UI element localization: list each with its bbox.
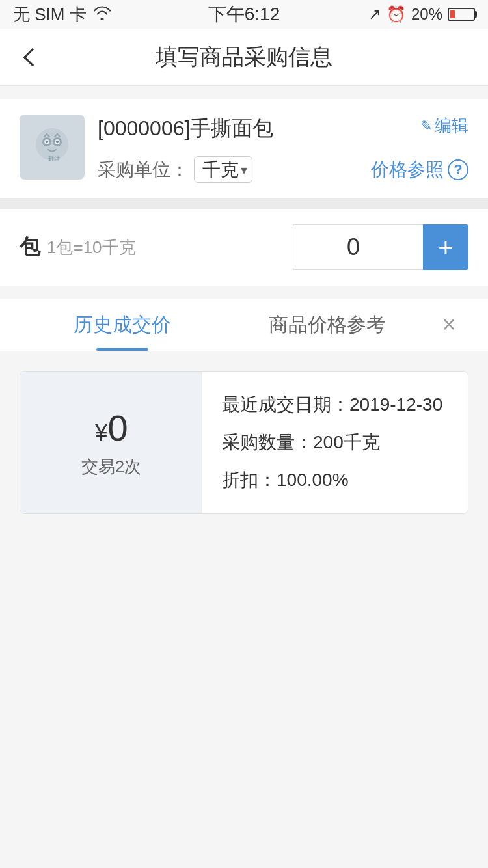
product-thumbnail: 野计 (20, 115, 85, 180)
product-header: [0000006]手撕面包 ✎ 编辑 (98, 115, 468, 143)
question-mark: ? (454, 161, 462, 178)
wifi-icon (93, 5, 111, 25)
detail-qty-label: 采购数量： (222, 432, 313, 452)
product-unit-row: 采购单位： 千克 价格参照 ? (98, 156, 468, 183)
status-right: ↗ ⏰ 20% (368, 5, 475, 23)
battery-icon (448, 8, 475, 21)
currency-symbol: ¥ (94, 419, 107, 446)
edit-icon: ✎ (420, 118, 432, 135)
back-arrow-icon (23, 47, 42, 66)
svg-point-5 (46, 141, 48, 143)
battery-percent: 20% (411, 5, 442, 23)
page-title: 填写商品采购信息 (156, 42, 332, 72)
quantity-unit-icon: 包 (20, 233, 40, 262)
unit-select[interactable]: 千克 (194, 156, 252, 183)
product-info: [0000006]手撕面包 ✎ 编辑 采购单位： 千克 价格参照 ? (98, 115, 468, 183)
detail-date-value: 2019-12-30 (349, 394, 442, 414)
unit-select-wrapper[interactable]: 千克 (194, 156, 252, 183)
status-bar: 无 SIM 卡 下午6:12 ↗ ⏰ 20% (0, 0, 488, 29)
quantity-input[interactable] (293, 224, 423, 270)
tab-product-price-ref[interactable]: 商品价格参考 (224, 299, 429, 351)
main-content: 历史成交价 商品价格参考 × ¥0 交易2次 最近成交日期：2019-12-30… (0, 299, 488, 689)
price-ref-label: 价格参照 (371, 157, 444, 182)
quantity-input-group: + (293, 224, 468, 270)
carrier-text: 无 SIM 卡 (13, 3, 87, 26)
product-card: 野计 [0000006]手撕面包 ✎ 编辑 采购单位： 千克 价格参照 (0, 99, 488, 198)
detail-discount-value: 100.00% (277, 470, 349, 490)
tab-history-price-label: 历史成交价 (74, 312, 171, 338)
close-icon: × (442, 311, 455, 338)
quantity-conversion: 1包=10千克 (47, 236, 136, 259)
edit-button[interactable]: ✎ 编辑 (420, 115, 468, 137)
plus-icon: + (438, 234, 453, 260)
svg-text:野计: 野计 (48, 156, 60, 162)
location-icon: ↗ (368, 5, 381, 23)
detail-discount-label: 折扣： (222, 470, 277, 490)
close-button[interactable]: × (429, 305, 468, 344)
alarm-icon: ⏰ (386, 5, 406, 23)
nav-bar: 填写商品采购信息 (0, 29, 488, 86)
price-detail-discount: 折扣：100.00% (222, 467, 448, 494)
quantity-row: 包 1包=10千克 + (0, 209, 488, 286)
svg-point-6 (56, 141, 59, 143)
product-name: [0000006]手撕面包 (98, 115, 273, 143)
edit-label: 编辑 (435, 115, 468, 137)
price-detail-qty: 采购数量：200千克 (222, 429, 448, 456)
status-time: 下午6:12 (208, 2, 280, 27)
quantity-plus-button[interactable]: + (423, 224, 468, 270)
price-card: ¥0 交易2次 最近成交日期：2019-12-30 采购数量：200千克 折扣：… (20, 371, 468, 514)
price-amount: ¥0 (94, 407, 128, 449)
unit-label: 采购单位： (98, 157, 189, 182)
detail-date-label: 最近成交日期： (222, 394, 349, 414)
tab-product-price-ref-label: 商品价格参考 (269, 312, 386, 338)
price-detail-date: 最近成交日期：2019-12-30 (222, 391, 448, 418)
detail-qty-value: 200千克 (313, 432, 380, 452)
tab-history-price[interactable]: 历史成交价 (20, 299, 224, 351)
price-value: 0 (107, 407, 128, 448)
back-button[interactable] (13, 38, 52, 77)
price-details: 最近成交日期：2019-12-30 采购数量：200千克 折扣：100.00% (202, 372, 468, 513)
quantity-label: 包 1包=10千克 (20, 233, 136, 262)
price-reference-button[interactable]: 价格参照 ? (371, 157, 468, 182)
help-icon: ? (448, 159, 468, 180)
price-trades: 交易2次 (81, 455, 141, 478)
status-left: 无 SIM 卡 (13, 3, 111, 26)
product-image-placeholder: 野计 (33, 125, 72, 170)
price-summary: ¥0 交易2次 (20, 372, 202, 513)
tab-bar: 历史成交价 商品价格参考 × (0, 299, 488, 351)
section-divider (0, 198, 488, 209)
